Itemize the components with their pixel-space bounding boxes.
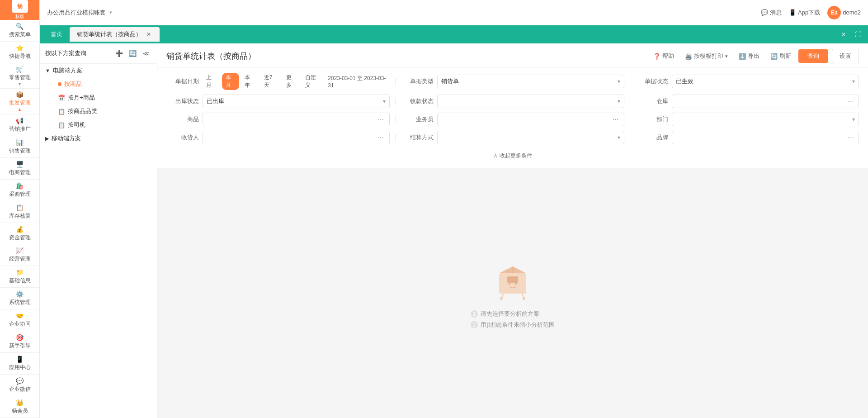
payment-status-select[interactable]: ▾ xyxy=(437,95,624,108)
refresh-icon: 🔄 xyxy=(770,53,778,60)
sidebar-item-ecommerce[interactable]: 🖥️ 电商管理 xyxy=(0,158,39,180)
template-print-btn[interactable]: 🖨️ 按模板打印 ▾ xyxy=(681,50,731,62)
download-icon: 📱 xyxy=(789,9,796,16)
more-icon[interactable]: ··· xyxy=(611,115,620,124)
product-input[interactable]: ··· xyxy=(203,113,390,126)
sidebar-item-member[interactable]: 👑 畅会员 xyxy=(0,396,39,418)
sidebar-item-finance[interactable]: 💰 资金管理 xyxy=(0,223,39,245)
sidebar-item-purchase[interactable]: 🛍️ 采购管理 xyxy=(0,180,39,201)
sidebar-item-retail[interactable]: 🛒 零售管理 ▼ xyxy=(0,63,39,89)
chevron-down-icon: ▾ xyxy=(852,116,855,123)
home-tab-label: 首页 xyxy=(51,30,62,38)
add-scheme-btn[interactable]: ➕ xyxy=(113,48,124,59)
salesperson-label: 业务员 xyxy=(401,115,437,124)
user-profile-btn[interactable]: Ea demo2 xyxy=(827,6,861,19)
sidebar-item-search[interactable]: 🔍 搜索菜单 xyxy=(0,20,39,42)
help-btn[interactable]: ❓ 帮助 xyxy=(650,50,678,62)
filter-divider xyxy=(395,116,396,123)
sidebar-item-wholesale[interactable]: 📦 批发管理 ▲ xyxy=(0,89,39,114)
out-status-filter-cell: 出库状态 已出库 ▾ xyxy=(166,95,390,108)
message-btn[interactable]: 💬 消息 xyxy=(761,9,782,17)
tree-item-by-product-category[interactable]: 📋 按商品品类 xyxy=(52,104,157,118)
date-filter-row: 上月 本月 本年 近7天 更多 自定义 2023-03-01 至 2023-03… xyxy=(203,73,390,90)
more-icon[interactable]: ··· xyxy=(376,133,386,142)
tab-bar-actions: ✕ ⛶ xyxy=(837,28,864,41)
refresh-scheme-btn[interactable]: 🔄 xyxy=(127,48,138,59)
date-tab-7days[interactable]: 近7天 xyxy=(260,73,281,90)
category-icon: 📋 xyxy=(58,108,65,115)
settlement-select[interactable]: ▾ xyxy=(437,131,624,144)
sidebar-item-business[interactable]: 📈 经营管理 xyxy=(0,244,39,266)
settlement-label: 结算方式 xyxy=(401,133,437,142)
filter-divider xyxy=(630,134,630,141)
business-icon: 📈 xyxy=(16,247,24,254)
tree-item-by-dept[interactable]: 📋 按司机 xyxy=(52,118,157,132)
wholesale-icon: 📦 xyxy=(16,91,24,98)
tree-item-by-product[interactable]: 按商品 xyxy=(52,77,157,91)
sidebar-item-enterprise[interactable]: 🤝 企业协同 xyxy=(0,309,39,331)
page-actions: ❓ 帮助 🖨️ 按模板打印 ▾ ⬇️ 导出 🔄 刷新 xyxy=(650,49,859,63)
app-subtitle: 标版 xyxy=(15,14,24,20)
sidebar-item-newbie[interactable]: 🎯 新手引导 xyxy=(0,331,39,353)
salesperson-filter-cell: 业务员 ··· xyxy=(401,113,624,126)
sidebar-item-label: 基础信息 xyxy=(9,277,31,285)
sidebar-item-system[interactable]: ⚙️ 系统管理 xyxy=(0,288,39,309)
sidebar: 畅 标版 🔍 搜索菜单 ⭐ 快捷导航 🛒 零售管理 ▼ 📦 批发管理 ▲ 📢 营… xyxy=(0,0,40,418)
collapse-panel-btn[interactable]: ≪ xyxy=(141,48,151,59)
collapse-filter-btn[interactable]: ∧ 收起更多条件 xyxy=(166,149,859,162)
chevron-down-icon: ▾ xyxy=(725,53,728,59)
tab-close-btn[interactable]: ✕ xyxy=(145,31,152,38)
sidebar-item-inventory[interactable]: 📋 库存核算 xyxy=(0,201,39,223)
tree-group-mobile[interactable]: ▶ 移动端方案 xyxy=(40,132,157,145)
date-tab-this-year[interactable]: 本年 xyxy=(241,73,259,90)
date-tab-this-month[interactable]: 本月 xyxy=(222,73,240,90)
sidebar-item-sales[interactable]: 📊 销售管理 xyxy=(0,136,39,158)
settings-button[interactable]: 设置 xyxy=(832,49,859,63)
right-panel: 销货单统计表（按商品） ❓ 帮助 🖨️ 按模板打印 ▾ ⬇️ 导出 xyxy=(157,43,868,418)
empty-tip-2: 2 用[过滤]条件来缩小分析范围 xyxy=(471,321,554,329)
warehouse-input[interactable]: ··· xyxy=(672,95,859,108)
salesperson-input[interactable]: ··· xyxy=(437,113,624,126)
chevron-down-icon: ▾ xyxy=(618,78,620,85)
tab-expand-btn[interactable]: ⛶ xyxy=(852,28,864,41)
department-select[interactable]: ▾ xyxy=(672,113,859,126)
refresh-btn[interactable]: 🔄 刷新 xyxy=(767,50,795,62)
finance-icon: 💰 xyxy=(16,226,24,233)
tab-sales-stats[interactable]: 销货单统计表（按商品） ✕ xyxy=(70,27,160,42)
message-label: 消息 xyxy=(770,9,782,17)
more-icon[interactable]: ··· xyxy=(845,133,855,142)
sidebar-item-wechat[interactable]: 💬 企业微信 xyxy=(0,375,39,396)
receiver-input[interactable]: ··· xyxy=(203,131,390,144)
out-status-select[interactable]: 已出库 ▾ xyxy=(203,95,390,108)
sidebar-item-app-center[interactable]: 📱 应用中心 xyxy=(0,353,39,375)
tab-home[interactable]: 首页 xyxy=(43,27,70,42)
more-icon[interactable]: ··· xyxy=(845,97,855,105)
date-tab-more[interactable]: 更多 xyxy=(283,73,300,90)
sidebar-item-marketing[interactable]: 📢 营销推广 xyxy=(0,114,39,136)
print-icon: 🖨️ xyxy=(685,53,692,60)
date-tab-custom[interactable]: 自定义 xyxy=(302,73,324,90)
sidebar-item-label: 营销推广 xyxy=(9,125,31,133)
chevron-down-icon[interactable]: ▾ xyxy=(109,10,112,15)
more-icon[interactable]: ··· xyxy=(376,115,386,124)
doc-status-select[interactable]: 已生效 ▾ xyxy=(672,75,859,88)
query-button[interactable]: 查询 xyxy=(798,49,828,63)
ecommerce-icon: 🖥️ xyxy=(16,161,24,168)
app-center-icon: 📱 xyxy=(16,356,24,363)
out-status-value: 已出库 xyxy=(207,97,224,105)
export-btn[interactable]: ⬇️ 导出 xyxy=(735,50,763,62)
doc-type-value: 销货单 xyxy=(441,77,459,86)
tree-group-pc[interactable]: ▼ 电脑端方案 xyxy=(40,64,157,77)
brand-input[interactable]: ··· xyxy=(672,131,859,144)
sidebar-item-basic[interactable]: 📁 基础信息 xyxy=(0,266,39,288)
tab-close-all-btn[interactable]: ✕ xyxy=(837,28,850,41)
date-tab-last-month[interactable]: 上月 xyxy=(203,73,220,90)
sidebar-item-label: 应用中心 xyxy=(9,364,31,371)
doc-type-select[interactable]: 销货单 ▾ xyxy=(437,75,624,88)
sidebar-item-shortcut[interactable]: ⭐ 快捷导航 xyxy=(0,42,39,63)
svg-rect-0 xyxy=(499,273,526,294)
date-label: 单据日期 xyxy=(166,77,203,86)
export-icon: ⬇️ xyxy=(739,53,746,60)
tree-item-by-month-product[interactable]: 📅 按月+商品 xyxy=(52,91,157,104)
app-download-btn[interactable]: 📱 App下载 xyxy=(789,9,820,17)
